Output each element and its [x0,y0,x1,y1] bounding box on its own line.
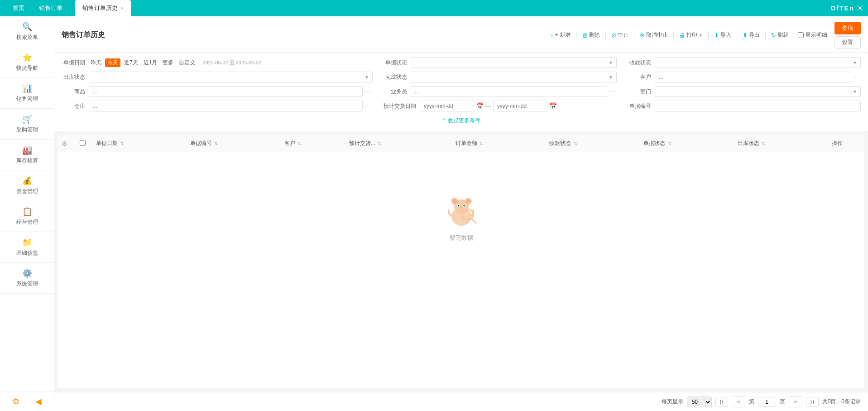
cancel-stop-icon: ⊗ [640,32,645,39]
display-toggle-checkbox[interactable] [798,32,804,38]
prev-page-btn[interactable]: ＜ [732,396,745,407]
tab-sales-order[interactable]: 销售订单 × [32,0,75,16]
col-delivery-sort[interactable]: ⇅ [378,141,381,146]
tab-sales-order-history[interactable]: 销售订单历史 × [75,0,130,16]
filter-salesperson: 业务员 ··· [384,86,617,97]
new-icon: + [550,32,554,39]
warehouse-input[interactable] [89,101,363,111]
col-order-status-sort[interactable]: ⇅ [668,141,671,146]
date-opt-today[interactable]: 今天 [105,58,120,67]
date-opt-more[interactable]: 更多 [161,58,175,68]
collapse-row[interactable]: ⌃ 收起更多条件 [62,115,861,126]
sidebar-item-operations[interactable]: 📋 经营管理 [0,201,54,232]
date-label: 单据日期 [62,59,89,67]
stock-out-label: 出库状态 [62,73,89,81]
top-bar-right: OfTEn × [830,4,863,13]
sidebar-item-search[interactable]: 🔍 搜索菜单 [0,16,54,47]
tab-sales-order-close[interactable]: × [65,5,68,11]
receipt-status-select[interactable] [655,57,861,68]
per-page-label: 每页显示 [662,398,683,406]
empty-state: 暂无数据 [58,152,864,278]
first-page-btn[interactable]: ⟨⟨ [715,397,728,407]
stock-out-select[interactable] [89,72,373,82]
page-num-input[interactable] [758,397,776,407]
goods-input[interactable] [89,86,363,97]
delivery-date-to[interactable] [493,101,547,111]
col-no-sort[interactable]: ⇅ [214,141,218,146]
stop-btn[interactable]: ⊘ 中止 [609,30,630,40]
stock-out-wrapper: ▼ [89,72,373,82]
col-date-sort[interactable]: ⇅ [120,141,124,146]
table-settings-icon[interactable]: ⚙ [62,140,67,147]
sidebar-item-quick-nav[interactable]: ⭐ 快捷导航 [0,47,54,78]
sidebar-item-sales[interactable]: 📊 销售管理 [0,78,54,109]
window-close-btn[interactable]: × [858,4,863,13]
order-status-select[interactable] [411,57,617,68]
customer-dots[interactable]: ··· [851,73,861,81]
col-settings: ⚙ [58,135,76,152]
warehouse-dots[interactable]: ··· [363,102,372,110]
col-customer-sort[interactable]: ⇅ [297,141,301,146]
customer-input[interactable] [655,72,851,82]
sidebar-item-inventory[interactable]: 🏭 库存核算 [0,140,54,170]
sidebar-settings-icon[interactable]: ⚙ [12,396,19,406]
new-btn[interactable]: + + 新增 [548,30,572,40]
delivery-date-from-cal-icon[interactable]: 📅 [476,102,484,110]
date-opt-custom[interactable]: 自定义 [177,58,197,68]
finance-icon: 💰 [22,176,32,186]
date-opt-1month[interactable]: 近1月 [142,58,159,68]
filter-row-1: 单据日期 昨天 今天 近7天 近1月 更多 自定义 2023-06-02 至 2… [62,57,861,68]
print-btn[interactable]: 🖨 打印 ▼ [677,30,705,40]
sidebar-collapse-icon[interactable]: ◀ [35,396,42,406]
print-dropdown-icon: ▼ [699,33,703,38]
last-page-btn[interactable]: ⟩⟩ [806,397,819,407]
import-btn[interactable]: ⬇ 导入 [712,30,733,40]
date-range-display: 2023-06-02 至 2023-06-02 [202,59,261,66]
col-no-label: 单据编号 [190,140,212,146]
delete-btn[interactable]: 🗑 删除 [580,30,602,40]
export-btn[interactable]: ⬆ 导出 [741,30,762,40]
sidebar-item-purchase[interactable]: 🛒 采购管理 [0,109,54,140]
col-ops-label: 操作 [832,140,843,146]
col-order-status-label: 单据状态 [643,140,665,146]
export-icon: ⬆ [743,32,748,39]
tab-sales-order-history-close[interactable]: × [120,5,123,11]
cancel-stop-btn[interactable]: ⊗ 取消中止 [638,30,670,40]
query-btn[interactable]: 查询 [834,22,861,34]
col-order-status: 单据状态 ⇅ [640,135,734,152]
per-page-select[interactable]: 50 10 20 100 [687,396,712,407]
data-table: ⚙ 单据日期 ⇅ 单据编号 ⇅ [58,135,864,278]
settings-btn[interactable]: 设置 [834,36,861,48]
basic-info-icon: 📁 [22,237,32,247]
sidebar-item-system[interactable]: ⚙️ 系统管理 [0,263,54,294]
filter-row-4: 仓库 ··· 预计交货日期 📅 — 📅 单据编号 [62,101,861,111]
refresh-btn[interactable]: ↻ 刷新 [769,30,790,40]
goods-dots[interactable]: ··· [363,87,372,96]
col-customer: 客户 ⇅ [281,135,345,152]
sidebar-item-basic-info[interactable]: 📁 基础信息 [0,232,54,263]
col-amount-sort[interactable]: ⇅ [480,141,483,146]
delivery-date-to-cal-icon[interactable]: 📅 [549,102,557,110]
delivery-date-from[interactable] [420,101,474,111]
col-ops: 操作 [828,135,864,152]
tab-home[interactable]: 首页 [5,0,32,16]
complete-status-select[interactable] [411,72,617,82]
col-receipt-status-sort[interactable]: ⇅ [574,141,577,146]
date-opt-yesterday[interactable]: 昨天 [89,58,103,68]
sidebar-bottom: ⚙ ◀ [0,392,54,411]
col-no: 单据编号 ⇅ [187,135,281,152]
col-stock-out-status-sort[interactable]: ⇅ [762,141,765,146]
select-all-checkbox[interactable] [80,140,86,146]
order-no-input[interactable] [655,101,861,111]
content-area: 销售订单历史 + + 新增 🗑 删除 ⊘ 中止 [54,16,868,411]
dept-select[interactable] [655,86,861,97]
next-page-btn[interactable]: ＞ [789,396,802,407]
salesperson-dots[interactable]: ··· [607,87,617,96]
date-opt-7days[interactable]: 近7天 [122,58,140,68]
customer-label: 客户 [628,73,655,81]
top-bar: 首页 销售订单 × 销售订单历史 × OfTEn × [0,0,868,16]
sidebar-item-finance[interactable]: 💰 资金管理 [0,170,54,201]
salesperson-input[interactable] [411,86,607,97]
sidebar-item-operations-label: 经营管理 [16,218,38,226]
warehouse-label: 仓库 [62,102,89,110]
